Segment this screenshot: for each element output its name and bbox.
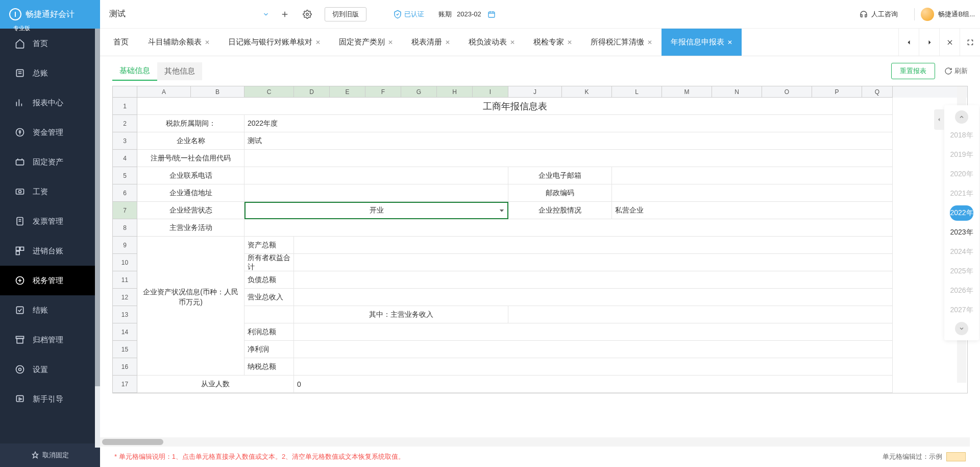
row-header-7[interactable]: 7	[113, 202, 137, 219]
subtab-other[interactable]: 其他信息	[157, 62, 202, 80]
col-header-D[interactable]: D	[294, 86, 330, 98]
r6-value2[interactable]	[612, 184, 893, 202]
row-header-9[interactable]: 9	[113, 237, 137, 254]
col-header-J[interactable]: J	[508, 86, 562, 98]
col-header-Q[interactable]: Q	[862, 86, 893, 98]
col-header-B[interactable]: B	[191, 86, 244, 98]
tabs-fullscreen[interactable]	[960, 29, 980, 56]
tab-home[interactable]: 首页	[113, 29, 139, 56]
row-header-11[interactable]: 11	[113, 271, 137, 289]
col-header-K[interactable]: K	[562, 86, 612, 98]
tabs-scroll-left[interactable]	[898, 29, 919, 56]
sidebar-item-7[interactable]: 进销台账	[0, 236, 100, 266]
tab-close-7[interactable]: ✕	[727, 39, 732, 46]
year-2026年[interactable]: 2026年	[947, 281, 976, 300]
row-header-3[interactable]: 3	[113, 132, 137, 150]
tab-3[interactable]: 税表清册✕	[402, 29, 459, 56]
tabs-scroll-right[interactable]	[919, 29, 939, 56]
sidebar-scrollbar[interactable]	[95, 29, 100, 448]
tab-4[interactable]: 税负波动表✕	[459, 29, 524, 56]
r8-value[interactable]	[244, 219, 893, 237]
tab-close-2[interactable]: ✕	[388, 39, 393, 46]
row-header-12[interactable]: 12	[113, 289, 137, 306]
row-header-16[interactable]: 16	[113, 358, 137, 376]
sidebar-item-4[interactable]: 固定资产	[0, 147, 100, 177]
col-header-F[interactable]: F	[365, 86, 401, 98]
tab-5[interactable]: 税检专家✕	[524, 29, 581, 56]
company-selector[interactable]: 测试	[105, 6, 274, 23]
sidebar-item-0[interactable]: 首页	[0, 29, 100, 58]
sidebar-item-5[interactable]: 工资	[0, 177, 100, 206]
r17-value[interactable]: 0	[294, 376, 893, 393]
sidebar-item-3[interactable]: 资金管理	[0, 118, 100, 147]
year-2025年[interactable]: 2025年	[947, 262, 976, 281]
col-header-I[interactable]: I	[473, 86, 508, 98]
year-2022年[interactable]: 2022年	[950, 205, 973, 221]
verified-badge[interactable]: 已认证	[393, 10, 424, 19]
tab-close-6[interactable]: ✕	[647, 39, 652, 46]
tab-7[interactable]: 年报信息申报表✕	[662, 29, 742, 56]
sidebar-item-8[interactable]: 税务管理	[0, 266, 100, 295]
tab-close-3[interactable]: ✕	[445, 39, 450, 46]
year-2018年[interactable]: 2018年	[947, 126, 976, 145]
tab-close-4[interactable]: ✕	[510, 39, 515, 46]
support-button[interactable]: 人工咨询	[859, 10, 898, 19]
row-header-4[interactable]: 4	[113, 150, 137, 167]
year-2027年[interactable]: 2027年	[947, 300, 976, 320]
col-header-O[interactable]: O	[762, 86, 812, 98]
username[interactable]: 畅捷通B组...	[938, 10, 975, 19]
col-header-L[interactable]: L	[612, 86, 662, 98]
row-header-8[interactable]: 8	[113, 219, 137, 237]
row-header-15[interactable]: 15	[113, 341, 137, 358]
year-scroll-down[interactable]	[955, 322, 968, 335]
switch-old-version-button[interactable]: 切到旧版	[325, 7, 366, 21]
sidebar-item-11[interactable]: 设置	[0, 355, 100, 384]
r7-value2[interactable]: 私营企业	[612, 202, 893, 219]
reset-report-button[interactable]: 重置报表	[891, 63, 935, 79]
refresh-button[interactable]: 刷新	[944, 66, 968, 76]
row-header-14[interactable]: 14	[113, 323, 137, 341]
rail-collapse[interactable]	[934, 109, 944, 130]
year-2021年[interactable]: 2021年	[947, 184, 976, 203]
row-header-6[interactable]: 6	[113, 184, 137, 202]
row-header-1[interactable]: 1	[113, 98, 137, 115]
r2-value[interactable]: 2022年度	[244, 115, 893, 132]
col-header-G[interactable]: G	[401, 86, 437, 98]
col-header-H[interactable]: H	[437, 86, 473, 98]
col-header-N[interactable]: N	[712, 86, 762, 98]
tabs-close-all[interactable]	[939, 29, 960, 56]
year-2020年[interactable]: 2020年	[947, 165, 976, 184]
settings-button[interactable]	[298, 5, 316, 24]
tab-close-0[interactable]: ✕	[205, 39, 210, 46]
sidebar-item-12[interactable]: 新手引导	[0, 384, 100, 414]
row-header-5[interactable]: 5	[113, 167, 137, 184]
year-2024年[interactable]: 2024年	[947, 242, 976, 262]
tab-6[interactable]: 所得税汇算清缴✕	[581, 29, 662, 56]
sheet-hscrollbar[interactable]	[100, 437, 970, 447]
year-2019年[interactable]: 2019年	[947, 145, 976, 165]
row-header-13[interactable]: 13	[113, 306, 137, 323]
year-2023年[interactable]: 2023年	[947, 223, 976, 242]
period-value[interactable]: 2023-02	[457, 10, 481, 18]
r7-value-dropdown[interactable]: 开业	[244, 202, 508, 219]
tab-close-5[interactable]: ✕	[567, 39, 572, 46]
col-header-E[interactable]: E	[330, 86, 365, 98]
unpin-button[interactable]: 取消固定	[0, 443, 100, 467]
row-header-17[interactable]: 17	[113, 376, 137, 393]
r5-value[interactable]	[244, 167, 508, 184]
col-header-C[interactable]: C	[244, 86, 294, 98]
col-header-P[interactable]: P	[812, 86, 862, 98]
tab-close-1[interactable]: ✕	[315, 39, 321, 46]
row-header-10[interactable]: 10	[113, 254, 137, 271]
col-header-A[interactable]: A	[137, 86, 191, 98]
tab-0[interactable]: 斗目辅助余额表✕	[139, 29, 219, 56]
col-header-M[interactable]: M	[662, 86, 712, 98]
add-button[interactable]	[276, 5, 294, 24]
r6-value[interactable]	[244, 184, 508, 202]
sidebar-item-1[interactable]: 总账	[0, 58, 100, 88]
subtab-basic[interactable]: 基础信息	[112, 62, 157, 81]
tab-1[interactable]: 日记账与银行对账单核对✕	[219, 29, 330, 56]
calendar-button[interactable]	[482, 5, 501, 24]
sidebar-item-2[interactable]: 报表中心	[0, 88, 100, 118]
r5-value2[interactable]	[612, 167, 893, 184]
